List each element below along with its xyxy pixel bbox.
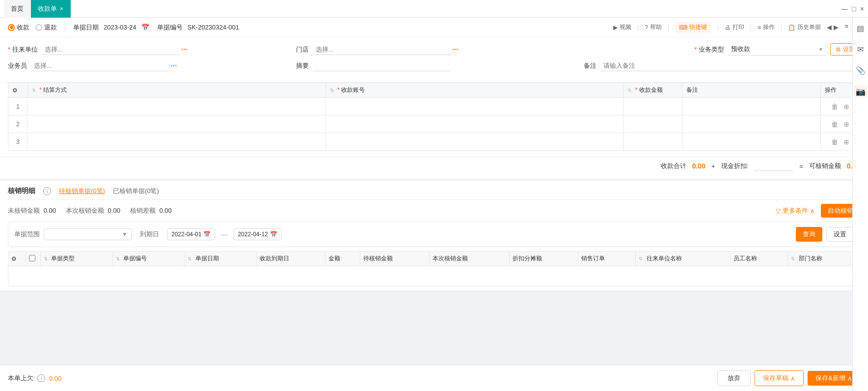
- date-from-picker[interactable]: 2022-04-01 📅: [167, 228, 215, 240]
- query-btn[interactable]: 查询: [796, 227, 822, 242]
- remark-input[interactable]: [600, 60, 860, 71]
- row-settlement-2[interactable]: [28, 115, 326, 133]
- row-copy-btn-3[interactable]: ⊕: [841, 137, 851, 147]
- row-delete-btn-2[interactable]: 🗑: [829, 119, 840, 129]
- sidebar-camera-icon[interactable]: 📷: [854, 85, 868, 98]
- bt-th-employee: 员工名称: [731, 251, 788, 266]
- operation-icon: ≡: [758, 24, 761, 31]
- bt-th-gear: ⚙: [8, 251, 26, 266]
- calendar-icon[interactable]: 📅: [141, 24, 149, 31]
- window-close-icon[interactable]: ×: [860, 5, 864, 13]
- data-table: ⚙ ⇅ * 结算方式 ⇅ * 收款账号 ⇅: [8, 83, 860, 151]
- history-label: 历史单据: [797, 23, 821, 31]
- row-remark-1[interactable]: [682, 98, 821, 115]
- table-row: 2 🗑 ⊕: [8, 115, 860, 133]
- business-type-label: * 业务类型: [694, 45, 724, 54]
- salesman-input[interactable]: [31, 60, 168, 71]
- business-type-value: 预收款: [731, 45, 750, 54]
- sidebar-table-icon[interactable]: ▤: [855, 22, 866, 35]
- search-filter-area: 单据范围 ▼ 到期日 2022-04-01 📅 —: [8, 222, 860, 247]
- print-icon: 🖨: [725, 24, 731, 31]
- this-time-stat: 本次核销金额 0.00: [66, 206, 120, 215]
- bottom-table-gear-icon[interactable]: ⚙: [11, 255, 17, 262]
- row-remark-2[interactable]: [682, 115, 821, 133]
- counterpart-label: * 往来单位: [8, 45, 38, 54]
- writeoff-info-icon[interactable]: i: [43, 187, 51, 195]
- row-remark-3[interactable]: [682, 133, 821, 151]
- gear-settings-icon: ⚙: [836, 46, 841, 53]
- due-date-field: 到期日 2022-04-01 📅 — 2022-04-12 📅: [140, 228, 282, 240]
- range-label: 单据范围: [14, 230, 40, 239]
- tab-home[interactable]: 首页: [4, 0, 31, 18]
- row-delete-btn-1[interactable]: 🗑: [829, 102, 840, 112]
- date-to-picker[interactable]: 2022-04-12 📅: [233, 228, 281, 240]
- print-label: 打印: [732, 23, 744, 31]
- row-settlement-3[interactable]: [28, 133, 326, 151]
- tab-bar-right: — □ ×: [841, 5, 864, 13]
- bill-no-value: SK-20230324-001: [188, 24, 240, 31]
- store-input[interactable]: [313, 44, 450, 55]
- table-row: 1 🗑 ⊕: [8, 98, 860, 115]
- help-action[interactable]: ? 帮助: [645, 23, 662, 31]
- history-action[interactable]: 📋 历史单据: [788, 23, 821, 31]
- business-type-select[interactable]: 预收款 ▼: [728, 43, 826, 56]
- bt-select-all-checkbox[interactable]: [29, 255, 35, 261]
- nav-next-icon[interactable]: ▶: [834, 24, 839, 31]
- nav-prev-icon[interactable]: ◀: [827, 24, 832, 31]
- due-date-label: 到期日: [140, 230, 159, 239]
- tab-close-icon[interactable]: ×: [60, 5, 63, 12]
- row-settlement-1[interactable]: [28, 98, 326, 115]
- row-account-2[interactable]: [326, 115, 624, 133]
- writeoff-title: 核销明细: [8, 187, 35, 196]
- table-gear-icon[interactable]: ⚙: [12, 87, 18, 94]
- writeoff-section: 核销明细 i 待核销单据(0笔) 已核销单据(0笔) 未核销金额 0.00 本次…: [0, 179, 868, 290]
- salesman-more-btn[interactable]: ···: [170, 61, 177, 70]
- history-icon: 📋: [788, 24, 795, 31]
- store-more-btn[interactable]: ···: [452, 45, 459, 54]
- done-tab[interactable]: 已核销单据(0笔): [113, 187, 159, 196]
- shortcut-action[interactable]: ⌨ 快捷键: [675, 22, 711, 33]
- counterpart-more-btn[interactable]: ···: [181, 45, 188, 54]
- range-select[interactable]: ▼: [44, 228, 132, 240]
- diff-value: 0.00: [160, 207, 172, 214]
- shortcut-label: 快捷键: [689, 23, 707, 31]
- window-minimize-icon[interactable]: —: [841, 5, 848, 13]
- counterpart-input[interactable]: [42, 44, 179, 55]
- radio-refund[interactable]: 退款: [35, 23, 57, 32]
- sort-amount-icon: ⇅: [627, 87, 631, 93]
- row-account-3[interactable]: [326, 133, 624, 151]
- sort-settlement-icon: ⇅: [32, 87, 36, 93]
- summary-input[interactable]: [313, 60, 450, 71]
- bill-no-label: 单据编号: [157, 23, 183, 32]
- bt-th-bill-no: ⇅ 单据编号: [112, 251, 185, 266]
- toolbar: 收款 退款 单据日期 2023-03-24 📅 单据编号 SK-20230324…: [0, 18, 868, 37]
- writeoff-settings-btn[interactable]: 设置: [826, 227, 854, 242]
- row-account-1[interactable]: [326, 98, 624, 115]
- list-view-icon[interactable]: ≡: [844, 23, 848, 32]
- discount-label: 现金折扣:: [721, 162, 749, 170]
- bt-th-pending: 待核销金额: [360, 251, 429, 266]
- summary-stats: 未核销金额 0.00 本次核销金额 0.00 核销差额 0.00 ▽ 更多条件 …: [8, 200, 860, 222]
- row-amount-1[interactable]: [624, 98, 682, 115]
- unverified-value: 0.00: [44, 207, 56, 214]
- window-maximize-icon[interactable]: □: [852, 5, 856, 13]
- tab-active[interactable]: 收款单 ×: [31, 0, 71, 18]
- discount-input[interactable]: [754, 161, 793, 171]
- row-copy-btn-2[interactable]: ⊕: [841, 119, 851, 129]
- sidebar-email-icon[interactable]: ✉: [855, 43, 866, 56]
- store-label: 门店: [296, 45, 309, 54]
- print-action[interactable]: 🖨 打印: [725, 23, 744, 31]
- more-conditions-btn[interactable]: ▽ 更多条件 ∧: [776, 206, 815, 215]
- row-amount-2[interactable]: [624, 115, 682, 133]
- row-copy-btn-1[interactable]: ⊕: [841, 102, 851, 112]
- form-area: * 往来单位 ··· 门店 ··· * 业务类型: [0, 37, 868, 83]
- range-field: 单据范围 ▼: [14, 228, 132, 240]
- row-amount-3[interactable]: [624, 133, 682, 151]
- video-action[interactable]: ▶ 视频: [613, 23, 631, 31]
- radio-receive[interactable]: 收款: [8, 23, 29, 32]
- row-delete-btn-3[interactable]: 🗑: [829, 137, 840, 147]
- operation-action[interactable]: ≡ 操作: [758, 23, 775, 31]
- pending-tab[interactable]: 待核销单据(0笔): [59, 187, 105, 196]
- sidebar-clip-icon[interactable]: 📎: [854, 64, 868, 77]
- filter-icon: ▽: [776, 207, 781, 215]
